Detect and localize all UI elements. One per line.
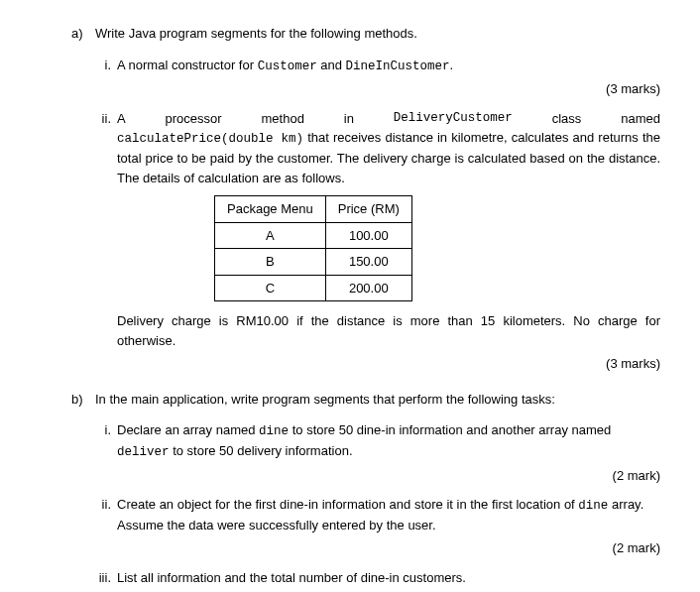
code-fragment: DeliveryCustomer: [394, 109, 513, 129]
part-a: a) Write Java program segments for the f…: [71, 24, 660, 374]
part-b-i: i. Declare an array named dine to store …: [95, 420, 660, 462]
part-a-i-marks: (3 marks): [95, 79, 660, 99]
text-fragment: and: [317, 58, 346, 72]
part-b-iii-label: iii.: [95, 568, 117, 588]
price-table-container: Package Menu Price (RM) A 100.00 B 150.0…: [95, 195, 660, 301]
part-b-i-marks: (2 mark): [95, 466, 660, 486]
word: class: [552, 109, 582, 129]
part-b-iii-text: List all information and the total numbe…: [117, 568, 660, 588]
part-b-ii-text: Create an object for the first dine-in i…: [117, 495, 660, 534]
table-header-cell: Price (RM): [325, 196, 411, 223]
part-a-ii-label: ii.: [95, 109, 117, 187]
table-header-row: Package Menu Price (RM): [215, 196, 412, 223]
table-row: C 200.00: [215, 275, 412, 301]
part-a-ii: ii. A processor method in DeliveryCustom…: [95, 109, 660, 187]
part-b-header: b) In the main application, write progra…: [71, 390, 660, 410]
text-fragment: Declare an array named: [117, 422, 259, 437]
code-fragment: deliver: [117, 445, 170, 459]
table-row: A 100.00: [215, 222, 412, 249]
part-a-i-label: i.: [95, 56, 117, 76]
price-table: Package Menu Price (RM) A 100.00 B 150.0…: [214, 195, 412, 301]
part-b-intro: In the main application, write program s…: [95, 390, 660, 410]
text-fragment: to store 50 dine-in information and anot…: [289, 422, 611, 437]
part-b-iii: iii. List all information and the total …: [95, 568, 660, 588]
part-a-intro: Write Java program segments for the foll…: [95, 24, 660, 44]
word: in: [344, 109, 354, 129]
text-fragment: to store 50 delivery information.: [170, 443, 353, 458]
table-cell: A: [215, 222, 326, 249]
part-a-header: a) Write Java program segments for the f…: [71, 24, 660, 44]
part-a-ii-text: A processor method in DeliveryCustomer c…: [117, 109, 660, 187]
word: named: [621, 109, 660, 129]
part-a-i-text: A normal constructor for Customer and Di…: [117, 56, 660, 76]
part-b-ii: ii. Create an object for the first dine-…: [95, 495, 660, 534]
code-fragment: dine: [578, 499, 608, 513]
delivery-charge-note: Delivery charge is RM10.00 if the distan…: [117, 311, 660, 350]
word: processor: [166, 109, 222, 129]
code-fragment: calculatePrice(double km): [117, 132, 303, 146]
table-cell: 200.00: [325, 275, 411, 301]
word: A: [117, 109, 126, 129]
part-b-label: b): [71, 390, 95, 410]
table-cell: B: [215, 249, 326, 276]
table-header-cell: Package Menu: [215, 196, 326, 223]
word: method: [262, 109, 304, 129]
table-cell: 100.00: [325, 222, 411, 249]
text-fragment: Create an object for the first dine-in i…: [117, 497, 578, 512]
part-a-label: a): [71, 24, 95, 44]
part-b: b) In the main application, write progra…: [71, 390, 660, 593]
part-b-i-label: i.: [95, 420, 117, 462]
table-cell: C: [215, 275, 326, 301]
text-fragment: A normal constructor for: [117, 58, 258, 72]
table-cell: 150.00: [325, 249, 411, 276]
code-fragment: dine: [259, 424, 289, 438]
part-a-i: i. A normal constructor for Customer and…: [95, 56, 660, 76]
code-fragment: DineInCustomer: [346, 59, 450, 73]
part-b-ii-label: ii.: [95, 495, 117, 534]
text-fragment: .: [450, 58, 454, 72]
code-fragment: Customer: [258, 59, 317, 73]
part-b-i-text: Declare an array named dine to store 50 …: [117, 420, 660, 462]
part-b-ii-marks: (2 mark): [95, 538, 660, 558]
table-row: B 150.00: [215, 249, 412, 276]
part-a-ii-marks: (3 marks): [95, 354, 660, 374]
